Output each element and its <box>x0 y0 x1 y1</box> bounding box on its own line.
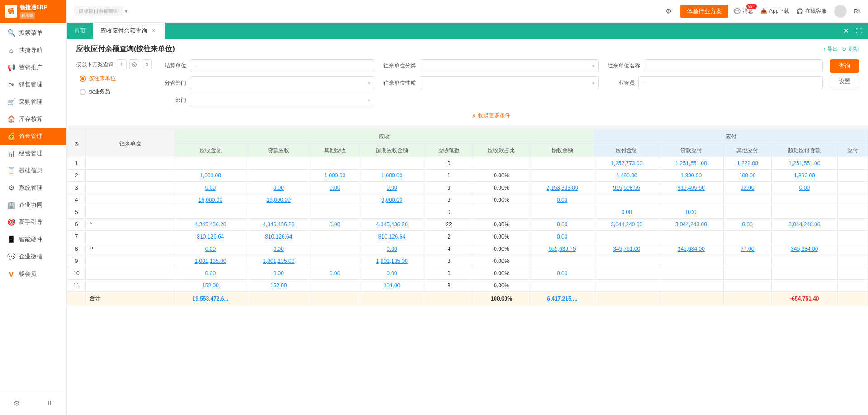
row-rec-prepay[interactable]: 655,636.75 <box>530 243 594 255</box>
tab-home[interactable]: 首页 <box>67 23 93 39</box>
row-pay-loan[interactable]: 1,390.00 <box>659 170 723 182</box>
row-rec-loan[interactable]: 18,000.00 <box>246 194 311 206</box>
row-rec-overdue[interactable]: 0.00 <box>359 243 425 255</box>
row-pay-amount[interactable]: 1,490.00 <box>594 170 659 182</box>
row-pay-amount[interactable]: 3,044,240.00 <box>594 219 659 231</box>
row-rec-amount[interactable]: 1,001,135.00 <box>175 255 246 267</box>
sidebar-item-corp[interactable]: 🏢 企业协同 <box>0 196 66 214</box>
row-pay-loan[interactable]: 1,251,551.00 <box>659 157 723 170</box>
row-rec-overdue[interactable]: 1,001,135.00 <box>359 255 425 267</box>
sidebar-item-operation[interactable]: 📊 经营管理 <box>0 145 66 162</box>
row-rec-other[interactable]: 0.00 <box>311 219 359 231</box>
row-pay-loan[interactable]: 915,495.56 <box>659 182 723 194</box>
row-rec-amount[interactable]: 152.00 <box>175 280 246 292</box>
row-rec-prepay[interactable]: 0.00 <box>530 194 594 206</box>
row-rec-loan[interactable]: 0.00 <box>246 267 311 280</box>
partner-category-input[interactable]: ▾ <box>420 59 599 72</box>
sidebar-item-search[interactable]: 🔍 搜索菜单 <box>0 24 66 42</box>
row-rec-loan[interactable]: 152.00 <box>246 280 311 292</box>
sidebar-item-nav[interactable]: ⌂ 快捷导航 <box>0 42 66 59</box>
app-download-button[interactable]: 📥 App下载 <box>760 7 789 15</box>
trial-button[interactable]: 体验行业方案 <box>680 5 728 18</box>
settlement-input[interactable]: ··· <box>190 59 374 72</box>
row-rec-other[interactable]: 1,000.00 <box>311 170 359 182</box>
sidebar-item-purchase[interactable]: 🛒 采购管理 <box>0 93 66 110</box>
row-rec-loan[interactable]: 0.00 <box>246 243 311 255</box>
row-rec-prepay[interactable]: 0.00 <box>530 219 594 231</box>
row-rec-amount[interactable]: 0.00 <box>175 267 246 280</box>
refresh-button[interactable]: ↻ 刷新 <box>842 45 859 53</box>
row-rec-amount[interactable]: 1,000.00 <box>175 170 246 182</box>
tab-maximize-icon[interactable]: ⛶ <box>854 25 864 36</box>
row-rec-overdue[interactable]: 1,000.00 <box>359 170 425 182</box>
sidebar-item-system[interactable]: ⚙ 系统管理 <box>0 179 66 196</box>
row-pay-overdue[interactable]: 1,390.00 <box>772 170 838 182</box>
query-button[interactable]: 查询 <box>830 59 859 73</box>
online-service-button[interactable]: 🎧 在线客服 <box>797 7 827 15</box>
more-scheme-btn[interactable]: « <box>142 59 152 69</box>
scheme-item-business[interactable]: 按业务员 <box>76 86 152 97</box>
add-scheme-btn[interactable]: + <box>117 59 127 69</box>
partner-nature-input[interactable]: ▾ <box>420 76 599 89</box>
row-pay-overdue[interactable]: 1,251,551.00 <box>772 157 838 170</box>
row-rec-prepay[interactable]: 0.00 <box>530 231 594 243</box>
collapse-btn[interactable]: ⏸ <box>42 396 57 410</box>
sidebar-item-guide[interactable]: 🎯 新手引导 <box>0 214 66 231</box>
table-gear-icon[interactable]: ⚙ <box>71 138 82 149</box>
row-rec-loan[interactable]: 4,345,436.20 <box>246 219 311 231</box>
collapse-more-button[interactable]: ∧ 收起更多条件 <box>159 110 823 122</box>
footer-rec-amount[interactable]: 19,553,472,6... <box>175 292 246 305</box>
row-pay-other[interactable]: 0.00 <box>723 219 771 231</box>
sidebar-item-inventory[interactable]: 🏠 库存核算 <box>0 110 66 128</box>
row-rec-loan[interactable]: 810,126.64 <box>246 231 311 243</box>
settings-icon[interactable]: ⚙ <box>662 5 675 18</box>
row-rec-prepay[interactable]: 2,153,333.00 <box>530 182 594 194</box>
row-rec-amount[interactable]: 0.00 <box>175 243 246 255</box>
edit-scheme-btn[interactable]: ◎ <box>129 59 139 69</box>
set-button[interactable]: 设置 <box>830 75 859 88</box>
row-rec-amount[interactable]: 0.00 <box>175 182 246 194</box>
row-pay-overdue[interactable]: 345,684.00 <box>772 243 838 255</box>
row-rec-amount[interactable]: 810,126.64 <box>175 231 246 243</box>
export-button[interactable]: ↑ 导出 <box>823 45 838 53</box>
row-rec-loan[interactable]: 0.00 <box>246 182 311 194</box>
tab-close-all-icon[interactable]: ✕ <box>841 25 852 36</box>
message-button[interactable]: 💬 消息 99+ <box>734 7 753 15</box>
row-pay-overdue[interactable]: 0.00 <box>772 182 838 194</box>
sidebar-item-member[interactable]: V 畅会员 <box>0 265 66 282</box>
row-pay-other[interactable]: 100.00 <box>723 170 771 182</box>
row-rec-amount[interactable]: 4,345,436.20 <box>175 219 246 231</box>
row-pay-other[interactable]: 13.00 <box>723 182 771 194</box>
row-pay-overdue[interactable]: 3,044,240.00 <box>772 219 838 231</box>
row-rec-overdue[interactable]: 0.00 <box>359 267 425 280</box>
sidebar-item-wechat[interactable]: 💬 企业微信 <box>0 248 66 265</box>
row-pay-other[interactable]: 1,222.00 <box>723 157 771 170</box>
sidebar-item-base[interactable]: 📋 基础信息 <box>0 162 66 179</box>
table-container[interactable]: ⚙ 往来单位 应收 应付 应收金额 贷款应收 其他应收 超期应收金额 应收笔数 … <box>67 130 868 415</box>
scheme-item-partner[interactable]: 按往来单位 <box>76 73 152 84</box>
row-rec-prepay[interactable]: 0.00 <box>530 267 594 280</box>
sidebar-item-sales[interactable]: 🛍 销售管理 <box>0 76 66 93</box>
salesperson-input[interactable]: ··· <box>638 76 823 89</box>
tab-close-icon[interactable]: × <box>150 27 157 34</box>
row-pay-loan[interactable]: 3,044,240.00 <box>659 219 723 231</box>
row-pay-amount[interactable]: 0.00 <box>594 206 659 219</box>
row-pay-amount[interactable]: 1,252,773.00 <box>594 157 659 170</box>
row-rec-overdue[interactable]: 810,126.64 <box>359 231 425 243</box>
row-rec-overdue[interactable]: 9,000.00 <box>359 194 425 206</box>
row-rec-amount[interactable]: 18,000.00 <box>175 194 246 206</box>
sidebar-item-marketing[interactable]: 📢 营销推广 <box>0 59 66 76</box>
partner-name-input[interactable] <box>644 59 823 72</box>
row-rec-other[interactable]: 0.00 <box>311 267 359 280</box>
sidebar-item-hardware[interactable]: 📱 智能硬件 <box>0 231 66 248</box>
row-rec-overdue[interactable]: 4,345,436.20 <box>359 219 425 231</box>
username[interactable]: Rit <box>854 8 861 14</box>
settings-bottom-btn[interactable]: ⚙ <box>9 396 24 410</box>
sub-dept-input[interactable]: ▾ <box>190 94 374 106</box>
avatar[interactable] <box>834 5 847 18</box>
dept-input[interactable]: ▾ <box>190 76 374 89</box>
sidebar-item-finance[interactable]: 💰 资金管理 <box>0 128 66 145</box>
row-rec-overdue[interactable]: 0.00 <box>359 182 425 194</box>
row-pay-loan[interactable]: 345,684.00 <box>659 243 723 255</box>
row-pay-other[interactable]: 77.00 <box>723 243 771 255</box>
